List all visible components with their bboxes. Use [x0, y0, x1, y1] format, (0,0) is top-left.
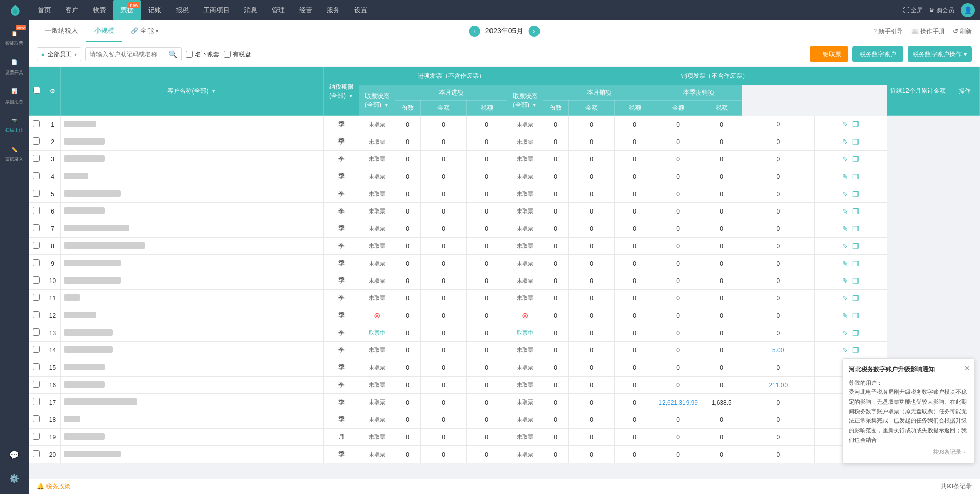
nav-accounting[interactable]: 记账 [141, 0, 168, 20]
edit-icon[interactable]: ✎ [842, 312, 848, 320]
sidebar-bottom-icon1[interactable]: 💬 [1, 445, 28, 464]
row-checkbox[interactable] [33, 363, 40, 370]
copy-icon[interactable]: ❐ [852, 225, 859, 233]
copy-icon[interactable]: ❐ [852, 120, 859, 128]
row-checkbox[interactable] [33, 242, 40, 249]
one-key-button[interactable]: 一键取票 [810, 46, 848, 62]
nav-invoice[interactable]: 票据 new [113, 0, 141, 20]
copy-icon[interactable]: ❐ [852, 173, 859, 181]
edit-icon[interactable]: ✎ [842, 207, 848, 216]
row-checkbox[interactable] [33, 190, 40, 197]
copy-icon[interactable]: ❐ [852, 138, 859, 146]
row-checkbox[interactable] [33, 311, 40, 318]
checkbox-sub-account[interactable]: 名下账套 [186, 50, 219, 59]
edit-icon[interactable]: ✎ [842, 242, 848, 250]
copy-icon[interactable]: ❐ [852, 294, 859, 302]
edit-icon[interactable]: ✎ [842, 294, 848, 302]
user-avatar[interactable]: 👤 [961, 3, 975, 17]
cell-name [61, 290, 324, 307]
row-checkbox[interactable] [33, 381, 40, 388]
nav-fee[interactable]: 收费 [86, 0, 113, 20]
nav-message[interactable]: 消息 [237, 0, 264, 20]
row-checkbox[interactable] [33, 120, 40, 127]
edit-icon[interactable]: ✎ [842, 190, 848, 198]
sub-account-checkbox[interactable] [186, 51, 193, 58]
notice-close-button[interactable]: ✕ [964, 363, 970, 374]
cell-ops: ✎ ❐ [815, 220, 887, 238]
fullscreen-button[interactable]: ⛶ 全屏 [903, 6, 923, 15]
row-checkbox[interactable] [33, 172, 40, 179]
row-checkbox[interactable] [33, 346, 40, 353]
copy-icon[interactable]: ❐ [852, 207, 859, 216]
next-month-button[interactable]: › [528, 26, 540, 37]
edit-icon[interactable]: ✎ [842, 225, 848, 233]
copy-icon[interactable]: ❐ [852, 329, 859, 337]
edit-icon[interactable]: ✎ [842, 260, 848, 268]
row-checkbox[interactable] [33, 259, 40, 266]
edit-icon[interactable]: ✎ [842, 329, 848, 337]
nav-settings[interactable]: 设置 [347, 0, 375, 20]
sidebar-item-invoice-open[interactable]: 📄 发票开具 [1, 53, 28, 80]
nav-client[interactable]: 客户 [58, 0, 86, 20]
copy-icon[interactable]: ❐ [852, 155, 859, 163]
row-checkbox[interactable] [33, 294, 40, 301]
manual-button[interactable]: 📖 操作手册 [911, 27, 945, 36]
sidebar-item-invoice-entry[interactable]: ✏️ 票据录入 [1, 139, 28, 167]
tax-ops-button[interactable]: 税务数字账户操作 ▾ [908, 46, 972, 62]
cell-checkbox [29, 220, 44, 238]
checkbox-has-taxdisk[interactable]: 有税盘 [224, 50, 251, 59]
sidebar-bottom-icon2[interactable]: ⚙️ [1, 468, 28, 488]
refresh-button[interactable]: ↺ 刷新 [953, 27, 972, 36]
sidebar-item-scan-upload[interactable]: 📷 扫描上传 [1, 110, 28, 137]
select-all-checkbox[interactable] [33, 87, 40, 94]
tax-policy-link[interactable]: 🔔 税务政策 [37, 482, 70, 491]
prev-month-button[interactable]: ‹ [469, 26, 480, 37]
cell-in-tax: 0 [467, 429, 507, 446]
row-checkbox[interactable] [33, 137, 40, 145]
cell-out-amount: 0 [569, 342, 615, 359]
edit-icon[interactable]: ✎ [842, 138, 848, 146]
sidebar-item-invoice-summary[interactable]: 📊 票据汇总 [1, 82, 28, 109]
nav-operation[interactable]: 经营 [292, 0, 320, 20]
row-checkbox[interactable] [33, 224, 40, 231]
row-checkbox[interactable] [33, 155, 40, 162]
tab-small-scale[interactable]: 小规模 [86, 20, 122, 42]
row-checkbox[interactable] [33, 398, 40, 405]
cell-num: 3 [44, 151, 61, 168]
copy-icon[interactable]: ❐ [852, 190, 859, 198]
has-taxdisk-checkbox[interactable] [224, 51, 231, 58]
nav-manage[interactable]: 管理 [264, 0, 292, 20]
tab-general-taxpayer[interactable]: 一般纳税人 [37, 20, 86, 42]
row-checkbox[interactable] [33, 415, 40, 422]
client-name-blurred [64, 416, 80, 422]
copy-icon[interactable]: ❐ [852, 346, 859, 355]
table-container[interactable]: ⚙ 客户名称(全部) ▼ 纳税期限(全部) ▼ 进项发票（不含作废票） 销项发票… [29, 66, 980, 479]
copy-icon[interactable]: ❐ [852, 312, 859, 320]
row-checkbox[interactable] [33, 207, 40, 214]
nav-business[interactable]: 工商项目 [196, 0, 237, 20]
edit-icon[interactable]: ✎ [842, 277, 848, 285]
row-checkbox[interactable] [33, 328, 40, 336]
new-guide-button[interactable]: ? 新手引导 [873, 27, 903, 36]
edit-icon[interactable]: ✎ [842, 120, 848, 128]
edit-icon[interactable]: ✎ [842, 155, 848, 163]
row-checkbox[interactable] [33, 450, 40, 457]
row-checkbox[interactable] [33, 433, 40, 440]
row-checkbox[interactable] [33, 276, 40, 284]
edit-icon[interactable]: ✎ [842, 173, 848, 181]
cell-num: 8 [44, 238, 61, 255]
cell-quota: 季 [324, 394, 359, 411]
copy-icon[interactable]: ❐ [852, 277, 859, 285]
employee-select[interactable]: ■ 全部员工 ▾ [37, 47, 81, 61]
vip-button[interactable]: ♛ 购会员 [929, 6, 954, 15]
nav-service[interactable]: 服务 [320, 0, 347, 20]
nav-tax[interactable]: 报税 [168, 0, 196, 20]
search-input[interactable] [90, 51, 166, 58]
sidebar-item-smart-invoice[interactable]: 📋 智能取票 new [1, 23, 28, 51]
edit-icon[interactable]: ✎ [842, 346, 848, 355]
tax-digital-button[interactable]: 税务数字账户 [852, 46, 903, 62]
tab-all[interactable]: 🔗 全能 ▾ [122, 20, 166, 42]
copy-icon[interactable]: ❐ [852, 260, 859, 268]
nav-home[interactable]: 首页 [31, 0, 58, 20]
copy-icon[interactable]: ❐ [852, 242, 859, 250]
